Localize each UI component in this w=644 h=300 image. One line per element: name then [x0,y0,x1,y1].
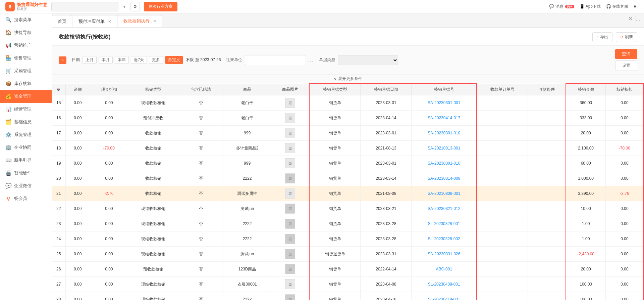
tab-prepay[interactable]: 预付冲应付单 ✕ [73,15,117,27]
date-btn-7days[interactable]: 近7天 [131,56,147,64]
cell-writeoff-discount: 0.00 [605,95,644,111]
app-download-btn[interactable]: 📱 App下载 [580,4,601,9]
cell-balance: 0.00 [65,171,90,186]
writeoff-no-link[interactable]: SA-20210813-001 [428,146,460,151]
sidebar-item-member[interactable]: V 畅会员 [0,192,52,205]
cell-receipt-order-no [477,292,528,300]
voucher-type-select[interactable] [338,55,398,65]
settings-button-filter[interactable]: 设置 [615,60,637,71]
cell-balance: 0.00 [65,247,90,262]
cell-writeoff-discount: 0.00 [605,216,644,231]
user-name[interactable]: Rit [634,4,639,9]
cell-goods-image: 🖼 [271,111,310,126]
cell-writeoff-discount: 0.00 [605,156,644,171]
tab-collection-close-icon[interactable]: ✕ [153,19,156,24]
cell-cash-discount: -70.00 [90,141,128,156]
online-service-btn[interactable]: 🎧 在线客服 [606,4,628,9]
system-icon: ⚙️ [5,132,11,138]
messages-btn[interactable]: 💬 消息 99+ [549,4,574,9]
cell-writeoff-no: ABC-001 [412,262,477,277]
settings-button[interactable]: ⚙ [130,2,140,11]
cell-writeoff-date: 2023-04-18 [361,292,412,300]
writeoff-no-link[interactable]: SA-20230314-008 [428,176,460,181]
query-button[interactable]: 查询 [615,49,637,59]
date-btn-last-month[interactable]: 上月 [83,56,97,64]
sidebar-item-basic[interactable]: 🗂️ 基础信息 [0,116,52,128]
expand-conditions-bar[interactable]: ∨ 展开更多条件 [52,75,644,83]
cell-receipt-order-no [477,186,528,201]
sidebar-item-hardware[interactable]: 🖨️ 智能硬件 [0,167,52,179]
search-input[interactable] [51,2,118,11]
partner-ellipsis[interactable]: ... [308,57,314,62]
sidebar-item-shortcut[interactable]: 🏠 快捷导航 [0,26,52,39]
cell-writeoff-date: 2023-03-21 [361,201,412,216]
writeoff-no-link[interactable]: ABC-001 [436,267,452,271]
cell-goods-image: 🖼 [271,277,310,292]
cell-goods: 衣服00001 [223,277,271,292]
sidebar-item-marketing[interactable]: 📢 营销推广 [0,39,52,52]
writeoff-no-link[interactable]: SA-20230414-017 [428,116,460,120]
export-button[interactable]: ↑ 导出 [592,32,612,42]
maximize-icon[interactable]: ⛶ [635,15,641,22]
cell-cash-discount: 0.00 [90,171,128,186]
cell-balance: 0.00 [65,277,90,292]
sidebar-item-search[interactable]: 🔍 搜索菜单 [0,13,52,26]
date-btn-this-month[interactable]: 本月 [99,56,113,64]
top-right: 💬 消息 99+ 📱 App下载 🎧 在线客服 Rit [549,4,639,9]
cell-cash-discount: 0.00 [90,95,128,111]
filter-expand-icon[interactable]: » [59,56,66,64]
writeoff-no-link[interactable]: SA-20210808-001 [428,191,460,196]
date-btn-custom[interactable]: 自定义 [165,56,183,64]
writeoff-no-link[interactable]: SA-20230301-010 [428,161,460,166]
sidebar-item-guide[interactable]: 📖 新手引导 [0,154,52,167]
cell-goods-image: 🖼 [271,141,310,156]
writeoff-no-link[interactable]: SL-20230328-002 [428,237,460,241]
cell-balance: 0.00 [65,111,90,126]
col-writeoff-voucher-type: 核销单据类型 [309,84,361,95]
sidebar-item-system[interactable]: ⚙️ 系统管理 [0,128,52,141]
sidebar-item-operations[interactable]: 📊 经营管理 [0,103,52,116]
cell-writeoff-no: SL-20230408-001 [412,277,477,292]
writeoff-no-link[interactable]: SA-20230331-026 [428,252,460,256]
cell-include-settled: 否 [179,156,223,171]
date-btn-this-year[interactable]: 本年 [115,56,129,64]
cell-writeoff-amount: 3,390.00 [566,186,605,201]
sidebar-item-enterprise[interactable]: 🏢 企业协同 [0,141,52,154]
tab-prepay-close-icon[interactable]: ✕ [108,19,111,24]
cell-cash-discount: 0.00 [90,156,128,171]
writeoff-no-link[interactable]: SL-20230408-001 [428,282,460,287]
expand-label: 展开更多条件 [338,76,362,82]
industry-btn[interactable]: 体验行业方案 [144,2,177,11]
sidebar-item-wechat[interactable]: 💬 企业微信 [0,179,52,192]
tab-home[interactable]: 首页 [52,15,72,27]
writeoff-no-link[interactable]: SA-20230301-001 [428,100,460,105]
date-btn-more[interactable]: 更多 [149,56,163,64]
cell-writeoff-amount: 360.00 [566,95,605,111]
sidebar-item-sales[interactable]: 🏪 销售管理 [0,52,52,65]
writeoff-no-link[interactable]: SA-20230321-012 [428,206,460,211]
cell-writeoff-discount: 0.00 [605,231,644,247]
close-window-icon[interactable]: ✕ [628,15,633,22]
goods-image: 🖼 [285,234,295,244]
writeoff-no-link[interactable]: SA-20230301-010 [428,131,460,135]
sidebar-item-inventory[interactable]: 📦 库存核算 [0,77,52,90]
goods-image: 🖼 [285,158,295,168]
writeoff-no-link[interactable]: SL-20230418-001 [428,297,460,300]
writeoff-no-link[interactable]: SL-20230328-001 [428,221,460,226]
export-icon: ↑ [597,35,599,40]
tab-collection[interactable]: 收款核销执行 ✕ [118,15,162,27]
cell-writeoff-discount: -2.76 [605,186,644,201]
cell-goods-image: 🖼 [271,231,310,247]
partner-input[interactable] [245,55,305,65]
cell-writeoff-amount: 1.00 [566,231,605,247]
cell-writeoff-no: SL-20230328-002 [412,231,477,247]
refresh-button[interactable]: ↺ 刷新 [616,32,637,42]
sidebar-item-purchase[interactable]: 🛒 采购管理 [0,65,52,77]
cell-receipt-condition [528,95,566,111]
col-settings[interactable]: ⚙ [52,84,65,95]
cell-row-num: 20 [52,171,65,186]
dropdown-arrow-icon[interactable]: ▼ [122,4,126,9]
cell-writeoff-voucher-type: 销货单 [309,141,361,156]
sidebar-item-finance[interactable]: 💰 资金管理 [0,90,52,103]
cell-writeoff-voucher-type: 销货单 [309,277,361,292]
